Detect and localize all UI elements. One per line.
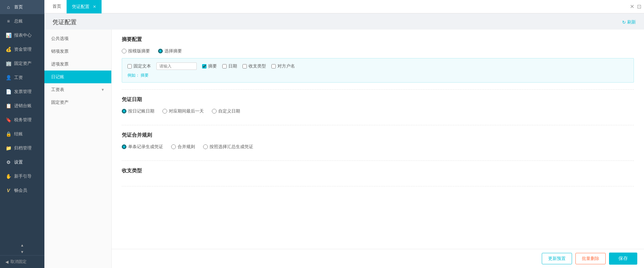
income-expense-title: 收支类型 <box>122 168 634 174</box>
settings-icon: ⚙ <box>5 160 11 165</box>
single-record-option[interactable]: 单条记录生成凭证 <box>122 144 163 150</box>
left-nav-payroll-table[interactable]: 工资表 ▼ <box>44 83 111 96</box>
income-type-checkbox[interactable] <box>242 64 247 69</box>
left-nav-public[interactable]: 公共选项 <box>44 32 111 45</box>
fixed-text-input[interactable] <box>156 62 197 70</box>
income-expense-section: 收支类型 <box>122 168 634 186</box>
page-title: 凭证配置 <box>52 18 77 26</box>
maximize-button[interactable]: ⊡ <box>637 3 641 10</box>
tab-close-icon[interactable]: ✕ <box>93 4 96 9</box>
sidebar-item-home[interactable]: ⌂ 首页 <box>0 0 44 14</box>
summary-options-box: 固定文本 摘要 日期 <box>122 58 634 83</box>
journal-date-radio[interactable] <box>122 109 126 114</box>
cancel-fixed-button[interactable]: ◀ 取消固定 <box>0 255 44 268</box>
select-merge-option[interactable]: 按照选择汇总生成凭证 <box>203 144 253 150</box>
window-controls: ✕ ⊡ <box>630 3 641 10</box>
merge-rule-title: 凭证合并规则 <box>122 132 634 138</box>
right-content: 摘要配置 按模版摘要 选择摘要 <box>112 30 644 249</box>
summary-radio-group: 按模版摘要 选择摘要 <box>122 48 634 54</box>
home-icon: ⌂ <box>5 4 11 10</box>
merge-rule-section: 凭证合并规则 单条记录生成凭证 合并规则 <box>122 132 634 161</box>
refresh-icon: ↻ <box>622 20 626 25</box>
archive-icon: 📁 <box>5 145 11 151</box>
select-merge-radio[interactable] <box>203 144 208 149</box>
period-last-day-option[interactable]: 对应期间最后一天 <box>162 108 204 114</box>
sidebar-item-payroll[interactable]: 👤 工资 <box>0 71 44 85</box>
custom-date-radio[interactable] <box>212 109 217 114</box>
voucher-date-title: 凭证日期 <box>122 96 634 103</box>
sidebar-item-member[interactable]: V 畅会员 <box>0 183 44 197</box>
select-summary-option[interactable]: 选择摘要 <box>158 48 182 54</box>
sidebar-item-guide[interactable]: ✋ 新手引导 <box>0 169 44 183</box>
sidebar-item-close[interactable]: 🔒 结账 <box>0 127 44 141</box>
merge-rule-option[interactable]: 合并规则 <box>171 144 195 150</box>
chevron-down-icon: ▼ <box>101 88 105 92</box>
example-text: 例如： 摘要 <box>127 73 628 78</box>
summary-checkbox-item[interactable]: 摘要 <box>202 63 217 69</box>
summary-checkboxes-row: 固定文本 摘要 日期 <box>127 62 628 70</box>
custom-date-option[interactable]: 自定义日期 <box>212 108 240 114</box>
date-checkbox[interactable] <box>222 64 227 69</box>
close-accounts-icon: 🔒 <box>5 131 11 137</box>
sidebar-item-ledger[interactable]: ≡ 总账 <box>0 14 44 28</box>
sidebar-item-invoice-mgmt[interactable]: 📄 发票管理 <box>0 85 44 99</box>
bottom-bar: 更新预置 批量删除 保存 <box>112 249 644 268</box>
left-nav: 公共选项 销项发票 进项发票 日记账 工资表 ▼ 固定资产 <box>44 30 112 268</box>
refresh-button[interactable]: ↻ 刷新 <box>622 19 636 25</box>
left-nav-fixed-assets[interactable]: 固定资产 <box>44 96 111 109</box>
tab-home[interactable]: 首页 <box>47 0 67 13</box>
batch-delete-button[interactable]: 批量删除 <box>575 253 606 264</box>
voucher-date-radio-group: 按日记账日期 对应期间最后一天 自定义日期 <box>122 108 634 114</box>
fixed-text-checkbox-item[interactable]: 固定文本 <box>127 63 151 69</box>
tab-voucher-config[interactable]: 凭证配置 ✕ <box>67 0 102 13</box>
income-type-checkbox-item[interactable]: 收支类型 <box>242 63 266 69</box>
fixed-text-checkbox[interactable] <box>127 64 132 69</box>
minimize-button[interactable]: ✕ <box>630 3 634 10</box>
merge-rule-radio-group: 单条记录生成凭证 合并规则 按照选择汇总生成凭证 <box>122 144 634 150</box>
left-nav-journal[interactable]: 日记账 <box>44 71 111 83</box>
tax-icon: 🔖 <box>5 117 11 123</box>
page-header: 凭证配置 ↻ 刷新 <box>44 13 644 30</box>
sidebar-scroll-down[interactable]: ▼ <box>0 249 44 255</box>
sidebar-item-tax[interactable]: 🔖 税务管理 <box>0 113 44 127</box>
right-panel: 摘要配置 按模版摘要 选择摘要 <box>112 30 644 268</box>
main-area: 首页 凭证配置 ✕ ✕ ⊡ 凭证配置 ↻ 刷新 公共选项 <box>44 0 644 268</box>
update-preview-button[interactable]: 更新预置 <box>542 253 572 264</box>
template-summary-radio[interactable] <box>122 49 126 53</box>
purchase-sales-icon: 📋 <box>5 103 11 108</box>
left-nav-purchase-invoice[interactable]: 进项发票 <box>44 58 111 71</box>
single-record-radio[interactable] <box>122 144 126 149</box>
sidebar-scroll-up[interactable]: ▲ <box>0 242 44 249</box>
sidebar-item-settings[interactable]: ⚙ 设置 <box>0 155 44 169</box>
merge-rule-radio[interactable] <box>171 144 176 149</box>
payroll-icon: 👤 <box>5 75 11 80</box>
period-last-day-radio[interactable] <box>162 109 167 114</box>
guide-icon: ✋ <box>5 174 11 179</box>
voucher-date-section: 凭证日期 按日记账日期 对应期间最后一天 <box>122 96 634 125</box>
save-button[interactable]: 保存 <box>609 253 637 265</box>
counterpart-checkbox[interactable] <box>271 64 276 69</box>
pin-icon: ◀ <box>5 260 8 264</box>
summary-checkbox[interactable] <box>202 64 206 69</box>
summary-config-section: 摘要配置 按模版摘要 选择摘要 <box>122 36 634 90</box>
summary-config-title: 摘要配置 <box>122 36 634 43</box>
sidebar-item-fixed-assets[interactable]: 🏢 固定资产 <box>0 56 44 71</box>
select-summary-radio[interactable] <box>158 49 163 53</box>
sidebar-item-reports[interactable]: 📊 报表中心 <box>0 28 44 42</box>
invoice-mgmt-icon: 📄 <box>5 89 11 94</box>
date-checkbox-item[interactable]: 日期 <box>222 63 237 69</box>
ledger-icon: ≡ <box>5 18 11 24</box>
template-summary-option[interactable]: 按模版摘要 <box>122 48 150 54</box>
sidebar-item-purchase-sales[interactable]: 📋 进销台账 <box>0 99 44 113</box>
reports-icon: 📊 <box>5 33 11 38</box>
funds-icon: 💰 <box>5 47 11 52</box>
left-nav-sales-invoice[interactable]: 销项发票 <box>44 45 111 58</box>
fixed-assets-icon: 🏢 <box>5 61 11 66</box>
sidebar-item-archive[interactable]: 📁 归档管理 <box>0 141 44 155</box>
main-layout: 公共选项 销项发票 进项发票 日记账 工资表 ▼ 固定资产 <box>44 30 644 268</box>
journal-date-option[interactable]: 按日记账日期 <box>122 108 154 114</box>
counterpart-checkbox-item[interactable]: 对方户名 <box>271 63 295 69</box>
sidebar-item-funds[interactable]: 💰 资金管理 <box>0 42 44 56</box>
tab-bar: 首页 凭证配置 ✕ ✕ ⊡ <box>44 0 644 13</box>
sidebar: ⌂ 首页 ≡ 总账 📊 报表中心 💰 资金管理 🏢 固定资产 👤 工资 📄 发票… <box>0 0 44 268</box>
